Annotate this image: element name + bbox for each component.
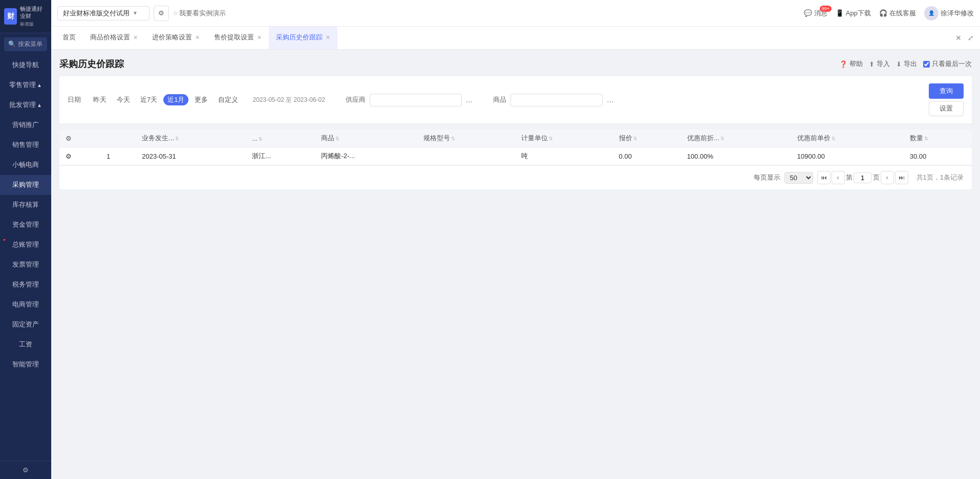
sidebar-item-label: 发票管理 xyxy=(12,260,39,268)
online-service-button[interactable]: 🎧 在线客服 xyxy=(879,9,916,18)
export-button[interactable]: ⬇ 导出 xyxy=(896,59,917,69)
arrow-icon: ▲ xyxy=(37,82,42,88)
help-label: 帮助 xyxy=(849,59,863,69)
export-label: 导出 xyxy=(904,59,917,69)
sidebar-item-6[interactable]: 库存核算 xyxy=(0,195,51,215)
date-option-5[interactable]: 自定义 xyxy=(214,94,242,105)
product-label: 商品 xyxy=(493,95,506,104)
sidebar-item-10[interactable]: 税务管理 xyxy=(0,275,51,295)
logo-text-line1: 畅捷通好业财 xyxy=(20,5,47,20)
date-option-0[interactable]: 昨天 xyxy=(89,94,111,105)
sidebar-item-12[interactable]: 固定资产 xyxy=(0,315,51,335)
col-header-business_date[interactable]: 业务发生...⇅ xyxy=(136,129,246,147)
per-page-select[interactable]: 102050100 xyxy=(784,172,813,184)
date-option-3[interactable]: 近1月 xyxy=(163,94,188,105)
tab-3[interactable]: 售价提取设置✕ xyxy=(207,27,269,49)
supplier-input[interactable] xyxy=(370,94,462,106)
tab-2[interactable]: 进价策略设置✕ xyxy=(145,27,207,49)
col-header-pre_discount_price[interactable]: 优惠前单价⇅ xyxy=(791,129,904,147)
cell-settings[interactable]: ⚙ xyxy=(59,147,100,165)
tab-1[interactable]: 商品价格设置✕ xyxy=(83,27,145,49)
help-button[interactable]: ❓ 帮助 xyxy=(839,59,863,69)
export-icon: ⬇ xyxy=(896,60,902,68)
sidebar-item-14[interactable]: ●智能管理 xyxy=(0,355,51,375)
tab-0[interactable]: 首页 xyxy=(55,27,83,49)
search-icon: 🔍 xyxy=(8,40,16,48)
next-page-button[interactable]: › xyxy=(881,171,894,184)
query-button[interactable]: 查询 xyxy=(929,83,964,99)
arrow-icon: ▲ xyxy=(37,102,42,108)
filter-settings-button[interactable]: 设置 xyxy=(929,101,964,116)
sidebar-item-2[interactable]: 营销推广 xyxy=(0,115,51,135)
col-header-quoted_price[interactable]: 报价⇅ xyxy=(613,129,681,147)
topbar-settings-button[interactable]: ⚙ xyxy=(154,6,169,21)
sidebar-item-label: 小畅电商 xyxy=(12,161,39,168)
sidebar-settings-icon[interactable]: ⚙ xyxy=(23,466,29,474)
last-page-button[interactable]: ⏭ xyxy=(895,171,908,184)
sort-icon: ⇅ xyxy=(832,136,836,141)
sidebar-item-9[interactable]: 发票管理 xyxy=(0,255,51,275)
tab-close-icon[interactable]: ✕ xyxy=(133,34,138,41)
product-ellipsis[interactable]: ... xyxy=(607,95,613,104)
user-menu-button[interactable]: 👤 徐泽华修改 xyxy=(924,6,974,20)
only-last-checkbox[interactable]: 只看最后一次 xyxy=(923,59,972,69)
search-menu-label: 搜索菜单 xyxy=(18,40,42,49)
pagination-nav: ⏮ ‹ 第 页 › ⏭ xyxy=(817,171,908,184)
sidebar-item-label: 批发管理 xyxy=(9,101,36,108)
filter-action-buttons: 查询 设置 xyxy=(929,83,964,116)
tab-close-icon[interactable]: ✕ xyxy=(257,34,262,41)
table-row[interactable]: ⚙12023-05-31浙江...丙烯酸-2-...吨0.00100.00%10… xyxy=(59,147,972,165)
sidebar-item-label: 销售管理 xyxy=(12,141,39,148)
app-download-icon: 📱 xyxy=(836,9,844,17)
prev-page-button[interactable]: ‹ xyxy=(832,171,845,184)
date-options: 昨天今天近7天近1月更多自定义 xyxy=(89,94,242,105)
app-download-button[interactable]: 📱 App下载 xyxy=(836,9,871,18)
first-page-button[interactable]: ⏮ xyxy=(817,171,830,184)
date-option-1[interactable]: 今天 xyxy=(113,94,134,105)
app-download-label: App下载 xyxy=(846,9,871,18)
sidebar-item-3[interactable]: 销售管理 xyxy=(0,135,51,155)
sidebar-item-5[interactable]: 采购管理 xyxy=(0,175,51,195)
col-header-discount_rate[interactable]: 优惠前折...⇅ xyxy=(681,129,791,147)
date-range-display: 2023-05-02 至 2023-06-02 xyxy=(252,96,325,104)
sidebar-item-11[interactable]: 电商管理 xyxy=(0,295,51,315)
demo-link[interactable]: ○ 我要看实例演示 xyxy=(173,9,226,18)
sidebar-item-label: 营销推广 xyxy=(12,121,39,128)
online-service-icon: 🎧 xyxy=(879,9,887,17)
tab-label: 采购历史价跟踪 xyxy=(276,33,323,42)
sidebar-item-label: 资金管理 xyxy=(12,221,39,228)
col-header-product[interactable]: 商品⇅ xyxy=(315,129,417,147)
window-expand-icon[interactable]: ⤢ xyxy=(966,32,976,44)
col-header-extra[interactable]: ...⇅ xyxy=(246,129,315,147)
search-menu-button[interactable]: 🔍 搜索菜单 xyxy=(4,37,47,51)
sidebar-item-quick-nav[interactable]: 快捷导航 xyxy=(0,55,51,75)
date-option-4[interactable]: 更多 xyxy=(190,94,212,105)
sidebar-item-4[interactable]: 小畅电商 xyxy=(0,155,51,175)
import-button[interactable]: ⬆ 导入 xyxy=(869,59,890,69)
product-filter-group: 商品 ... xyxy=(493,94,613,106)
window-close-icon[interactable]: ✕ xyxy=(953,32,964,44)
sidebar-item-1[interactable]: 批发管理▲ xyxy=(0,95,51,115)
only-last-input[interactable] xyxy=(923,61,930,68)
tabs-container: 首页商品价格设置✕进价策略设置✕售价提取设置✕采购历史价跟踪✕ xyxy=(55,27,337,49)
logo-icon: 财 xyxy=(4,8,17,25)
col-header-unit[interactable]: 计量单位⇅ xyxy=(515,129,613,147)
supplier-label: 供应商 xyxy=(346,95,366,104)
page-input[interactable] xyxy=(854,172,872,183)
product-input[interactable] xyxy=(510,94,603,106)
cell-business_date: 2023-05-31 xyxy=(136,147,246,165)
col-header-spec[interactable]: 规格型号⇅ xyxy=(417,129,515,147)
tab-4[interactable]: 采购历史价跟踪✕ xyxy=(269,27,337,49)
tab-close-icon[interactable]: ✕ xyxy=(326,34,330,41)
sidebar-item-label: 库存核算 xyxy=(12,201,39,208)
supplier-ellipsis[interactable]: ... xyxy=(466,95,473,104)
sidebar-item-13[interactable]: 工资 xyxy=(0,335,51,355)
tab-close-icon[interactable]: ✕ xyxy=(195,34,200,41)
col-header-quantity[interactable]: 数量⇅ xyxy=(904,129,972,147)
sidebar-item-0[interactable]: 零售管理▲ xyxy=(0,75,51,95)
sidebar-item-8[interactable]: 总账管理 xyxy=(0,235,51,255)
date-option-2[interactable]: 近7天 xyxy=(136,94,161,105)
sidebar-item-7[interactable]: 资金管理 xyxy=(0,215,51,235)
product-select[interactable]: 好业财标准版交付试用 ▼ xyxy=(57,6,150,20)
messages-button[interactable]: 💬 消息 99+ xyxy=(804,9,827,18)
